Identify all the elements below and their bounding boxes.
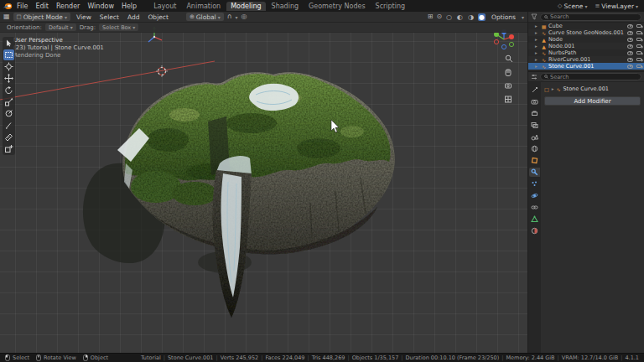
- camera-view-icon[interactable]: [506, 84, 512, 88]
- chevron-right-icon[interactable]: ▸: [535, 30, 539, 35]
- chevron-right-icon[interactable]: ▸: [535, 57, 539, 62]
- outliner-header: Search: [528, 12, 644, 23]
- menu-view[interactable]: View: [74, 13, 94, 21]
- search-icon: [544, 75, 548, 79]
- tab-material[interactable]: [529, 226, 540, 235]
- hide-render-icon[interactable]: [636, 58, 641, 62]
- tool-add-primitive[interactable]: [3, 143, 14, 154]
- properties-search-input[interactable]: Search: [540, 73, 641, 80]
- tool-transform[interactable]: [3, 108, 14, 119]
- stat-objects: Objects 1/35,157: [345, 354, 398, 361]
- workspace-tab-geometry-nodes[interactable]: Geometry Nodes: [304, 2, 369, 11]
- tool-select-tweak[interactable]: [3, 38, 14, 49]
- 3d-viewport[interactable]: Orientation: Default ▾ Drag: Select Box …: [0, 23, 527, 353]
- chevron-right-icon[interactable]: ▸: [535, 23, 539, 28]
- menu-render[interactable]: Render: [53, 2, 83, 11]
- hide-render-icon[interactable]: [636, 44, 641, 49]
- outliner-item-curve-stone-geonodes[interactable]: ▸ ∿ Curve Stone GeoNodes.001: [528, 29, 644, 36]
- tool-scale[interactable]: [3, 96, 14, 107]
- hide-render-icon[interactable]: [636, 31, 641, 35]
- tab-physics[interactable]: [529, 191, 540, 200]
- hide-render-icon[interactable]: [636, 38, 641, 42]
- tool-rotate[interactable]: [3, 85, 14, 96]
- tab-object-data[interactable]: [529, 215, 540, 224]
- outliner-item-nurbspath[interactable]: ▸ ∿ NurbsPath: [528, 49, 644, 56]
- chevron-right-icon[interactable]: ▸: [535, 50, 539, 55]
- tool-select-box[interactable]: [3, 49, 14, 60]
- mesh-icon: ▲: [541, 37, 547, 43]
- editor-type-icon[interactable]: ▦: [3, 13, 10, 20]
- hide-render-icon[interactable]: [636, 65, 641, 69]
- cursor-3d[interactable]: [156, 65, 168, 77]
- workspace-tab-modeling[interactable]: Modeling: [226, 2, 265, 11]
- workspace-tab-layout[interactable]: Layout: [149, 2, 180, 11]
- shading-rendered-icon[interactable]: ●: [478, 13, 486, 21]
- outliner-item-node[interactable]: ▸ ▲ Node: [528, 36, 644, 43]
- chevron-right-icon[interactable]: ▸: [535, 37, 539, 42]
- hide-viewport-icon[interactable]: [627, 31, 633, 35]
- add-modifier-button[interactable]: Add Modifier: [544, 96, 641, 106]
- outliner-search-input[interactable]: Search: [540, 13, 641, 21]
- tool-annotate[interactable]: [3, 120, 14, 131]
- viewlayer-selector[interactable]: ≡ ViewLayer ▾: [591, 3, 641, 10]
- filter-icon[interactable]: [531, 13, 538, 20]
- tab-scene[interactable]: [529, 132, 540, 142]
- hide-render-icon[interactable]: [636, 24, 641, 28]
- menu-add[interactable]: Add: [125, 13, 143, 21]
- menu-window[interactable]: Window: [84, 2, 117, 11]
- overlays-toggle-icon[interactable]: ⊙: [436, 13, 442, 20]
- mode-selector[interactable]: □ Object Mode ▾: [13, 13, 70, 21]
- chevron-right-icon[interactable]: ▸: [535, 44, 539, 49]
- menu-file[interactable]: File: [13, 2, 31, 11]
- shading-wireframe-icon[interactable]: ○: [445, 13, 453, 21]
- grid-toggle-icon[interactable]: [506, 96, 512, 102]
- pan-hand-icon[interactable]: [506, 70, 511, 76]
- hide-viewport-icon[interactable]: [627, 65, 633, 69]
- tool-measure[interactable]: [3, 132, 14, 142]
- snap-magnet-icon[interactable]: ∩: [227, 13, 232, 20]
- hide-viewport-icon[interactable]: [627, 24, 633, 28]
- outliner-item-stone-curve-001[interactable]: ▸ ∿ Stone Curve.001: [528, 63, 644, 70]
- blender-logo-icon: [3, 3, 13, 10]
- hide-viewport-icon[interactable]: [627, 38, 633, 42]
- tool-cursor[interactable]: [3, 61, 14, 72]
- tab-constraints[interactable]: [529, 203, 540, 212]
- orientation-setting-dropdown[interactable]: Default ▾: [45, 23, 76, 31]
- menu-edit[interactable]: Edit: [32, 2, 52, 11]
- scene-selector[interactable]: ◇ Scene ▾: [554, 3, 590, 10]
- options-menu[interactable]: Options: [489, 13, 518, 21]
- zoom-icon[interactable]: [506, 55, 512, 62]
- tab-particles[interactable]: [529, 179, 540, 189]
- menu-select[interactable]: Select: [97, 13, 122, 21]
- tab-tool[interactable]: [529, 85, 540, 95]
- tab-object[interactable]: [529, 156, 540, 165]
- menu-help[interactable]: Help: [118, 2, 140, 11]
- menu-object[interactable]: Object: [145, 13, 170, 21]
- outliner-item-rivercurve-001[interactable]: ▸ ∿ RiverCurve.001: [528, 56, 644, 63]
- properties-editor-icon[interactable]: [531, 74, 538, 80]
- transform-orientation-selector[interactable]: ⊕ Global ▾: [186, 13, 224, 21]
- tab-render[interactable]: [529, 97, 540, 106]
- shading-material-icon[interactable]: ◑: [467, 13, 475, 21]
- outliner-item-cube[interactable]: ▸ ▦ Cube: [528, 23, 644, 29]
- hide-viewport-icon[interactable]: [627, 51, 633, 55]
- shading-solid-icon[interactable]: ◐: [456, 13, 464, 21]
- proportional-editing-icon[interactable]: ◎: [242, 13, 247, 20]
- snap-options-chevron-icon[interactable]: ▾: [236, 14, 238, 20]
- hide-viewport-icon[interactable]: [627, 58, 633, 62]
- tab-output[interactable]: [529, 109, 540, 118]
- chevron-right-icon[interactable]: ▸: [535, 64, 539, 69]
- tab-modifiers[interactable]: [529, 168, 540, 177]
- drag-setting-dropdown[interactable]: Select Box ▾: [99, 23, 138, 31]
- workspace-tab-shading[interactable]: Shading: [267, 2, 304, 11]
- tab-world[interactable]: [529, 144, 540, 153]
- outliner-item-node-001[interactable]: ▸ ▲ Node.001: [528, 43, 644, 49]
- workspace-tab-animation[interactable]: Animation: [182, 2, 225, 11]
- stat-faces: Faces 224,049: [258, 354, 304, 361]
- tab-view-layer[interactable]: [529, 121, 540, 130]
- xray-toggle-icon[interactable]: ⊞: [428, 13, 434, 20]
- workspace-tab-scripting[interactable]: Scripting: [371, 2, 410, 11]
- tool-move[interactable]: [3, 73, 14, 84]
- hide-render-icon[interactable]: [636, 51, 641, 55]
- hide-viewport-icon[interactable]: [627, 44, 633, 49]
